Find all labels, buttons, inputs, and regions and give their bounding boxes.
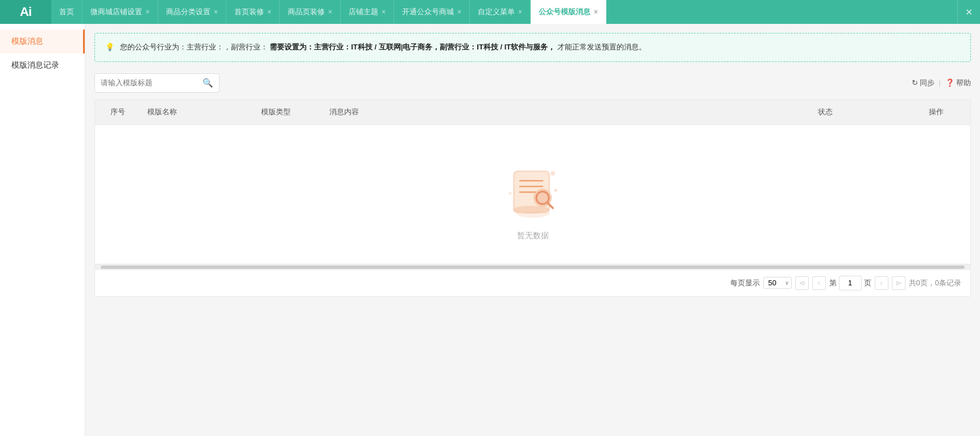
- col-header-type: 模版类型: [254, 107, 322, 117]
- col-header-name: 模版名称: [140, 107, 254, 117]
- sync-button[interactable]: ↻ 同步: [912, 78, 934, 88]
- tab-close-icon-4[interactable]: ×: [328, 9, 332, 15]
- next-page-button[interactable]: ›: [875, 276, 888, 290]
- nav-tab-2[interactable]: 商品分类设置×: [158, 0, 226, 24]
- svg-point-10: [551, 171, 555, 176]
- nav-tab-3[interactable]: 首页装修×: [226, 0, 280, 24]
- close-all-button[interactable]: ✕: [957, 0, 980, 24]
- nav-tab-8[interactable]: 公众号模版消息×: [531, 0, 606, 24]
- svg-point-12: [554, 189, 557, 192]
- help-button[interactable]: ❓ 帮助: [945, 78, 971, 88]
- svg-point-3: [513, 206, 549, 214]
- nav-tab-7[interactable]: 自定义菜单×: [470, 0, 531, 24]
- page-size-select[interactable]: 10 20 50 100: [763, 277, 792, 289]
- first-page-button[interactable]: ⊲: [795, 276, 809, 290]
- prev-page-button[interactable]: ‹: [812, 276, 826, 290]
- bulb-icon: 💡: [105, 43, 114, 51]
- nav-tab-6[interactable]: 开通公众号商城×: [394, 0, 470, 24]
- sync-icon: ↻: [912, 78, 918, 87]
- data-table: 序号 模版名称 模版类型 消息内容 状态 操作: [94, 99, 971, 297]
- di-label: 第: [829, 278, 837, 288]
- empty-illustration: [502, 159, 564, 222]
- notice-banner: 💡 您的公众号行业为：主营行业：，副营行业： 需要设置为：主营行业：IT科技 /…: [94, 33, 971, 62]
- tab-close-icon-1[interactable]: ×: [146, 9, 150, 15]
- tab-close-icon-3[interactable]: ×: [267, 9, 271, 15]
- tab-close-icon-6[interactable]: ×: [457, 9, 461, 15]
- search-input[interactable]: [101, 78, 202, 87]
- table-header: 序号 模版名称 模版类型 消息内容 状态 操作: [95, 100, 970, 125]
- help-icon: ❓: [945, 78, 954, 87]
- nav-tab-1[interactable]: 微商城店铺设置×: [82, 0, 158, 24]
- page-size-label: 每页显示: [730, 278, 760, 288]
- page-label: 页: [864, 278, 871, 288]
- last-page-button[interactable]: ⊳: [892, 276, 905, 290]
- pagination-bar: 每页显示 10 20 50 100 ⊲ ‹ 第 页 › ⊳: [95, 269, 970, 296]
- sidebar-item-1[interactable]: 模版消息记录: [0, 53, 85, 77]
- search-input-wrap: 🔍: [94, 73, 220, 93]
- main-layout: 模版消息模版消息记录 💡 您的公众号行业为：主营行业：，副营行业： 需要设置为：…: [0, 24, 980, 436]
- nav-tab-5[interactable]: 店铺主题×: [341, 0, 394, 24]
- tab-close-icon-5[interactable]: ×: [382, 9, 386, 15]
- nav-tab-0[interactable]: 首页: [51, 0, 82, 24]
- topnav: Ai 首页微商城店铺设置×商品分类设置×首页装修×商品页装修×店铺主题×开通公众…: [0, 0, 980, 24]
- col-header-index: 序号: [95, 107, 140, 117]
- search-bar: 🔍 ↻ 同步 | ❓ 帮助: [94, 73, 971, 93]
- notice-highlight: 需要设置为：主营行业：IT科技 / 互联网|电子商务，副营行业：IT科技 / I…: [270, 43, 555, 51]
- notice-suffix: 才能正常发送预置的消息。: [557, 43, 646, 51]
- horizontal-scrollbar[interactable]: [95, 264, 970, 269]
- search-button[interactable]: 🔍: [202, 78, 213, 88]
- sync-label: 同步: [920, 78, 934, 88]
- sidebar-item-0[interactable]: 模版消息: [0, 30, 85, 53]
- help-label: 帮助: [956, 78, 971, 88]
- content-area: 💡 您的公众号行业为：主营行业：，副营行业： 需要设置为：主营行业：IT科技 /…: [85, 24, 980, 436]
- brand-logo: Ai: [0, 0, 51, 24]
- total-info: 共0页，0条记录: [909, 278, 961, 288]
- sidebar: 模版消息模版消息记录: [0, 24, 85, 436]
- svg-point-11: [508, 192, 512, 195]
- page-number-input[interactable]: [839, 276, 862, 290]
- col-header-status: 状态: [811, 107, 902, 117]
- search-actions: ↻ 同步 | ❓ 帮助: [912, 78, 971, 88]
- nav-tab-4[interactable]: 商品页装修×: [280, 0, 341, 24]
- empty-text: 暂无数据: [517, 231, 549, 241]
- nav-tabs: 首页微商城店铺设置×商品分类设置×首页装修×商品页装修×店铺主题×开通公众号商城…: [51, 0, 957, 24]
- divider: |: [939, 78, 941, 87]
- col-header-content: 消息内容: [322, 107, 811, 117]
- tab-close-icon-7[interactable]: ×: [518, 9, 522, 15]
- page-size-select-wrap: 10 20 50 100: [763, 277, 792, 289]
- empty-state: 暂无数据: [95, 125, 970, 264]
- tab-close-icon-8[interactable]: ×: [594, 9, 598, 15]
- tab-close-icon-2[interactable]: ×: [214, 9, 218, 15]
- scroll-thumb[interactable]: [101, 265, 965, 269]
- page-input-wrap: 第 页: [829, 276, 871, 290]
- col-header-action: 操作: [902, 107, 970, 117]
- notice-prefix: 您的公众号行业为：主营行业：，副营行业：: [120, 43, 268, 51]
